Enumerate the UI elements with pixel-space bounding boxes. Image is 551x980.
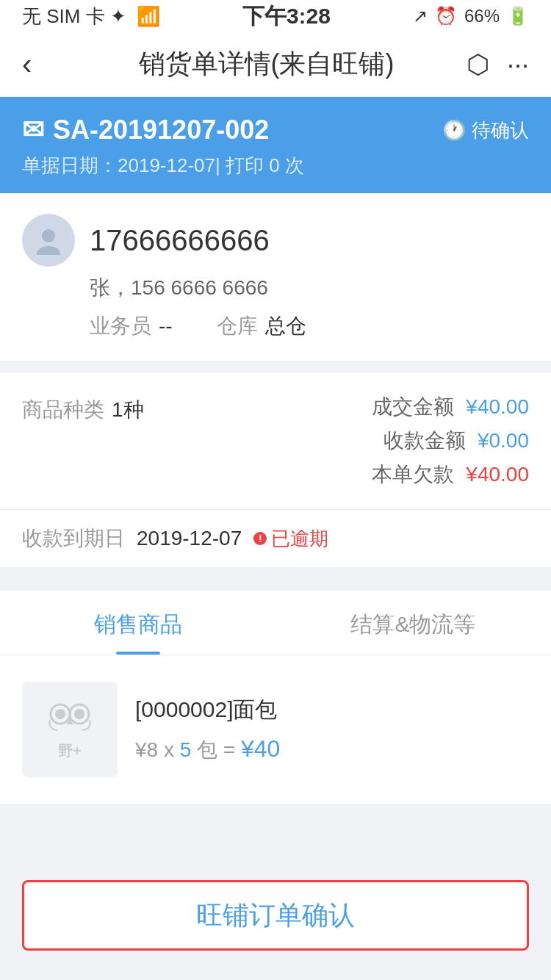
status-right: ↗ ⏰ 66% 🔋 — [413, 6, 529, 26]
arrears-label: 本单欠款 — [372, 461, 454, 489]
svg-point-0 — [42, 229, 55, 242]
back-button[interactable]: ‹ — [22, 48, 66, 81]
svg-point-5 — [74, 709, 84, 719]
type-label: 商品种类 — [22, 396, 104, 424]
product-image: 野+ — [22, 682, 118, 777]
order-id-row: ✉ SA-20191207-002 🕐 待确认 — [22, 115, 529, 145]
order-envelope-icon: ✉ — [22, 115, 44, 145]
price-equals: = — [223, 738, 241, 761]
nav-actions: ⬡ ··· — [467, 49, 529, 80]
divider-2 — [0, 567, 551, 579]
summary-row: 商品种类 1种 成交金额 ¥40.00 收款金额 ¥0.00 本单欠款 ¥40.… — [22, 393, 529, 489]
sales-meta: 业务员 -- — [90, 312, 173, 340]
tabs-header: 销售商品 结算&物流等 — [0, 591, 551, 655]
avatar — [22, 214, 75, 267]
product-item: 野+ [0000002]面包 ¥8 x 5 包 = ¥40 — [22, 670, 529, 789]
tab-settlement-label: 结算&物流等 — [350, 612, 475, 636]
wifi-icon: 📶 — [137, 5, 160, 28]
share-icon[interactable]: ⬡ — [467, 49, 489, 80]
summary-right: 成交金额 ¥40.00 收款金额 ¥0.00 本单欠款 ¥40.00 — [372, 393, 529, 489]
customer-name: 张，156 6666 6666 — [22, 274, 529, 302]
date-value: 2019-12-07 — [118, 154, 215, 176]
sales-value: -- — [159, 314, 173, 338]
price-qty-unit: 包 — [197, 738, 217, 761]
price-qty: 5 — [180, 738, 192, 761]
due-date-label: 收款到期日 — [22, 525, 125, 552]
overdue-badge: ! 已逾期 — [253, 526, 328, 552]
product-name: [0000002]面包 — [135, 695, 529, 725]
more-icon[interactable]: ··· — [507, 49, 529, 80]
price-total: ¥40 — [241, 735, 280, 762]
tab-sales-products[interactable]: 销售商品 — [0, 591, 276, 655]
no-sim-text: 无 SIM 卡 ✦ — [22, 4, 126, 29]
tab-settlement[interactable]: 结算&物流等 — [276, 591, 551, 655]
warehouse-value: 总仓 — [265, 312, 306, 340]
status-time: 下午3:28 — [242, 1, 331, 32]
warehouse-meta: 仓库 总仓 — [217, 312, 306, 340]
due-date-value: 2019-12-07 — [137, 527, 242, 550]
received-amount-row: 收款金额 ¥0.00 — [383, 427, 529, 455]
order-id: ✉ SA-20191207-002 — [22, 115, 269, 145]
confirm-order-button[interactable]: 旺铺订单确认 — [22, 880, 529, 951]
status-left: 无 SIM 卡 ✦ 📶 — [22, 4, 160, 29]
summary-section: 商品种类 1种 成交金额 ¥40.00 收款金额 ¥0.00 本单欠款 ¥40.… — [0, 372, 551, 509]
customer-row: 17666666666 — [22, 214, 529, 267]
customer-phone: 17666666666 — [90, 224, 270, 257]
battery-icon: 🔋 — [507, 6, 529, 26]
product-list: 野+ [0000002]面包 ¥8 x 5 包 = ¥40 — [0, 655, 551, 804]
customer-meta: 业务员 -- 仓库 总仓 — [22, 312, 529, 340]
svg-point-1 — [37, 246, 60, 255]
svg-point-3 — [55, 709, 65, 719]
product-code: [0000002] — [135, 697, 233, 721]
price-unit: ¥8 — [135, 738, 158, 761]
page-title: 销货单详情(来自旺铺) — [139, 46, 395, 82]
order-id-text: SA-20191207-002 — [53, 115, 269, 145]
alarm-icon: ⏰ — [435, 6, 457, 26]
customer-section: 17666666666 张，156 6666 6666 业务员 -- 仓库 总仓 — [0, 193, 551, 361]
brand-text: 野+ — [58, 741, 82, 761]
product-image-inner: 野+ — [44, 698, 96, 761]
type-value: 1种 — [112, 396, 144, 424]
battery-text: 66% — [464, 6, 500, 26]
divider-1 — [0, 361, 551, 372]
tab-sales-label: 销售商品 — [94, 612, 182, 636]
product-name-text: 面包 — [233, 697, 277, 721]
received-label: 收款金额 — [383, 427, 466, 455]
overdue-dot-icon: ! — [253, 532, 267, 545]
date-label: 单据日期： — [22, 154, 118, 176]
print-text: | 打印 0 次 — [215, 154, 304, 176]
deal-amount-value: ¥40.00 — [466, 395, 529, 419]
clock-icon: 🕐 — [442, 119, 466, 142]
confirm-button-wrap: 旺铺订单确认 — [22, 880, 529, 951]
location-icon: ↗ — [413, 6, 428, 26]
order-header: ✉ SA-20191207-002 🕐 待确认 单据日期：2019-12-07|… — [0, 97, 551, 193]
received-value: ¥0.00 — [478, 429, 529, 453]
deal-amount-label: 成交金额 — [372, 393, 454, 421]
price-multiply: x — [164, 738, 180, 761]
tabs-section: 销售商品 结算&物流等 — [0, 591, 551, 804]
product-logo-svg — [44, 698, 96, 738]
confirm-button-label: 旺铺订单确认 — [196, 898, 355, 934]
nav-bar: ‹ 销货单详情(来自旺铺) ⬡ ··· — [0, 32, 551, 97]
warehouse-label: 仓库 — [217, 312, 258, 340]
tab-underline — [116, 652, 160, 655]
sales-label: 业务员 — [90, 312, 151, 340]
arrears-row: 本单欠款 ¥40.00 — [372, 461, 529, 489]
status-text: 待确认 — [472, 118, 529, 143]
overdue-text: 已逾期 — [271, 526, 328, 552]
order-date: 单据日期：2019-12-07| 打印 0 次 — [22, 153, 529, 179]
summary-left: 商品种类 1种 — [22, 393, 144, 424]
order-status: 🕐 待确认 — [442, 118, 529, 143]
deal-amount-row: 成交金额 ¥40.00 — [372, 393, 529, 421]
product-price-row: ¥8 x 5 包 = ¥40 — [135, 735, 529, 764]
product-info: [0000002]面包 ¥8 x 5 包 = ¥40 — [135, 695, 529, 764]
arrears-value: ¥40.00 — [466, 463, 529, 486]
due-date-section: 收款到期日 2019-12-07 ! 已逾期 — [0, 509, 551, 567]
status-bar: 无 SIM 卡 ✦ 📶 下午3:28 ↗ ⏰ 66% 🔋 — [0, 0, 551, 32]
